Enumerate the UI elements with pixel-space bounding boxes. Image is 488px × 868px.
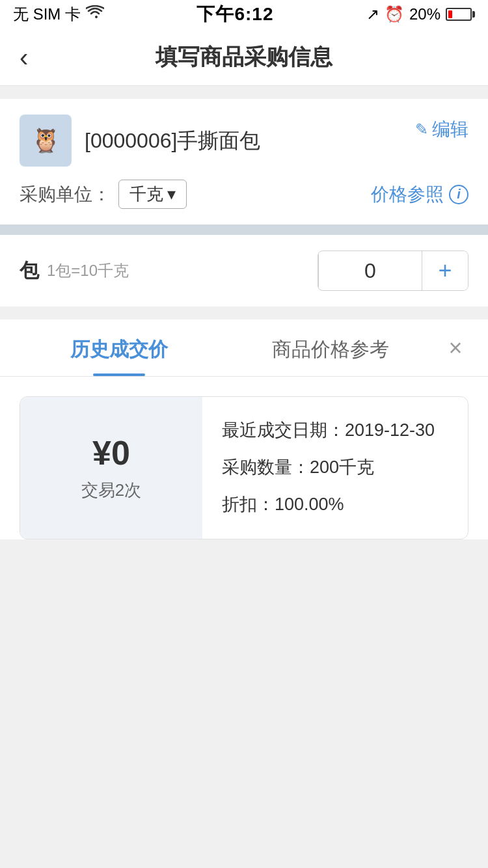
history-price-left: ¥0 交易2次	[20, 397, 202, 539]
product-card: 🦉 [0000006]手撕面包 ✎ 编辑 采购单位： 千克 ▾ 价格参照 i	[0, 99, 488, 224]
history-card: ¥0 交易2次 最近成交日期：2019-12-30 采购数量：200千克 折扣：…	[20, 396, 468, 539]
sim-signal-text: 无 SIM 卡	[13, 4, 81, 25]
quantity-hint: 1包=10千克	[47, 260, 129, 281]
price-reference-button[interactable]: 价格参照 i	[371, 182, 468, 207]
status-left: 无 SIM 卡	[13, 4, 104, 25]
tab-product-price-ref[interactable]: 商品价格参考	[224, 319, 436, 376]
status-right: ↗ ⏰ 20%	[366, 5, 475, 23]
recent-date-label: 最近成交日期：	[222, 420, 345, 440]
quantity-control: 0 +	[318, 251, 468, 291]
history-purchase-qty: 采购数量：200千克	[222, 454, 448, 481]
status-bar: 无 SIM 卡 下午6:12 ↗ ⏰ 20%	[0, 0, 488, 29]
status-time: 下午6:12	[197, 2, 273, 27]
history-trade-count: 交易2次	[81, 479, 141, 502]
location-icon: ↗	[366, 5, 379, 23]
quantity-label: 包 1包=10千克	[20, 258, 129, 284]
history-discount: 折扣：100.00%	[222, 491, 448, 519]
purchase-unit: 采购单位： 千克 ▾	[20, 180, 187, 209]
product-header: 🦉 [0000006]手撕面包 ✎ 编辑	[20, 115, 468, 167]
info-icon: i	[449, 185, 468, 204]
quantity-unit: 包	[20, 258, 39, 284]
discount-label: 折扣：	[222, 495, 275, 514]
currency-symbol: ¥	[92, 434, 111, 472]
battery-icon	[446, 8, 475, 21]
edit-icon: ✎	[415, 120, 428, 139]
price-ref-label: 价格参照	[371, 182, 444, 207]
product-name: [0000006]手撕面包	[85, 126, 260, 156]
dropdown-arrow-icon: ▾	[167, 184, 176, 204]
quantity-plus-button[interactable]: +	[422, 251, 468, 290]
product-left: 🦉 [0000006]手撕面包	[20, 115, 260, 167]
recent-date-value: 2019-12-30	[345, 420, 435, 440]
purchase-qty-label: 采购数量：	[222, 457, 310, 477]
history-price-value: ¥0	[92, 433, 130, 472]
section-divider	[0, 224, 488, 235]
nav-bar: ‹ 填写商品采购信息	[0, 29, 488, 86]
quantity-value[interactable]: 0	[318, 251, 422, 290]
unit-dropdown[interactable]: 千克 ▾	[118, 180, 187, 209]
purchase-qty-value: 200千克	[310, 457, 374, 477]
discount-value: 100.00%	[275, 495, 344, 514]
purchase-unit-label: 采购单位：	[20, 182, 111, 207]
wifi-icon	[86, 5, 104, 23]
product-footer: 采购单位： 千克 ▾ 价格参照 i	[20, 180, 468, 209]
alarm-icon: ⏰	[385, 5, 404, 23]
history-detail-right: 最近成交日期：2019-12-30 采购数量：200千克 折扣：100.00%	[202, 397, 468, 539]
edit-button[interactable]: ✎ 编辑	[415, 117, 468, 142]
battery-percent: 20%	[409, 5, 441, 23]
tab-history-price[interactable]: 历史成交价	[13, 319, 224, 376]
bottom-space	[0, 559, 488, 868]
edit-label: 编辑	[432, 117, 468, 142]
tab-bar: 历史成交价 商品价格参考 ×	[0, 319, 488, 377]
page-title: 填写商品采购信息	[156, 42, 332, 72]
product-thumbnail: 🦉	[20, 115, 72, 167]
tab-close-button[interactable]: ×	[436, 329, 475, 368]
back-button[interactable]: ‹	[20, 44, 28, 70]
price-number: 0	[111, 434, 130, 472]
unit-value: 千克	[129, 183, 163, 206]
product-logo-icon: 🦉	[31, 127, 61, 154]
quantity-row: 包 1包=10千克 0 +	[0, 235, 488, 306]
tab-section: 历史成交价 商品价格参考 × ¥0 交易2次 最近成交日期：2019-12-30…	[0, 319, 488, 539]
history-recent-date: 最近成交日期：2019-12-30	[222, 416, 448, 444]
